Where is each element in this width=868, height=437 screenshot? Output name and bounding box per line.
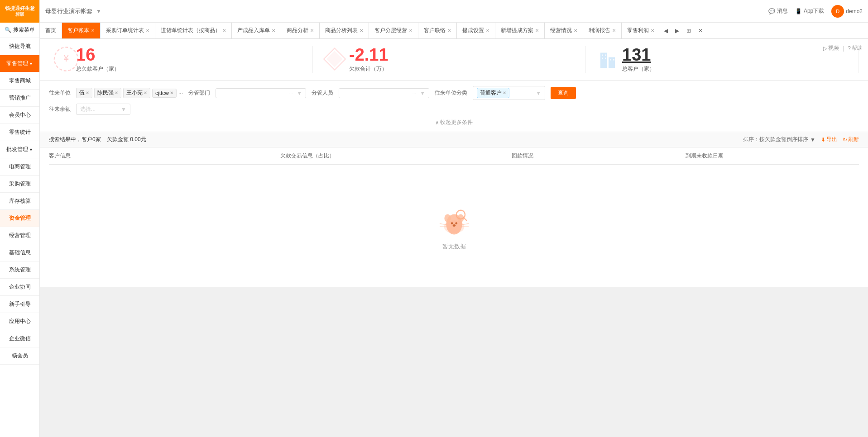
stat-block-debt: -2.11 欠款合计（万） xyxy=(313,46,586,73)
clear-dept[interactable]: ··· xyxy=(289,90,293,95)
filter-label-dept: 分管部门 xyxy=(188,89,210,97)
stat-value-debt: -2.11 xyxy=(349,46,388,63)
sort-button[interactable]: 排序：按欠款金额倒序排序 ▼ xyxy=(743,136,815,143)
message-button[interactable]: 💬 消息 xyxy=(768,7,788,15)
sidebar-item-kucun[interactable]: 库存核算 xyxy=(0,193,39,210)
app-download-button[interactable]: 📱 App下载 xyxy=(795,7,824,15)
filter-more-dots[interactable]: ··· xyxy=(178,90,183,96)
filter-select-person[interactable]: ▼ ··· xyxy=(339,88,429,98)
th-due-date: 到期未收款日期 xyxy=(686,152,859,160)
tab-jingying[interactable]: 经营情况 ✕ xyxy=(545,23,583,39)
collapse-button[interactable]: ∧ 收起更多条件 xyxy=(435,119,473,126)
tab-xinzengfangan[interactable]: 新增提成方案 ✕ xyxy=(495,23,545,39)
tab-caigoudingdan[interactable]: 采购订单统计表 ✕ xyxy=(101,23,155,39)
tab-close-ticheng[interactable]: ✕ xyxy=(486,28,489,33)
svg-point-16 xyxy=(452,224,455,227)
tab-close-caigou[interactable]: ✕ xyxy=(146,28,149,33)
tabs-maximize-button[interactable]: ⊞ xyxy=(683,28,695,34)
tabs-bar: 首页 客户账本 ✕ 采购订单统计表 ✕ 进货单统计表（按商品） ✕ 产成品入库单… xyxy=(40,23,868,39)
tab-close-shangpin[interactable]: ✕ xyxy=(310,28,314,33)
sidebar-item-caigou[interactable]: 采购管理 xyxy=(0,176,39,193)
filter-select-dept[interactable]: ▼ ··· xyxy=(216,88,306,98)
sidebar-item-zijin[interactable]: 资金管理 xyxy=(0,210,39,227)
sidebar-item-xinshou[interactable]: 新手引导 xyxy=(0,296,39,313)
filter-tag-chen[interactable]: 陈民强 ✕ xyxy=(94,88,121,98)
search-icon: 🔍 xyxy=(5,27,11,33)
sidebar-item-lingshang[interactable]: 零售商城 xyxy=(0,72,39,90)
export-button[interactable]: ⬇ 导出 xyxy=(821,136,837,143)
filter-tag-wang[interactable]: 王小亮 ✕ xyxy=(123,88,150,98)
stat-block-total-clients: 131 总客户（家） xyxy=(586,46,859,73)
refresh-button[interactable]: ↻ 刷新 xyxy=(843,136,859,143)
tab-close-lirun[interactable]: ✕ xyxy=(612,28,616,33)
tab-close-xinzeng[interactable]: ✕ xyxy=(535,28,539,33)
sidebar-item-yingxiao[interactable]: 营销推广 xyxy=(0,90,39,107)
stat-label-debt: 欠款合计（万） xyxy=(349,65,387,73)
sidebar-item-lingshouguan[interactable]: 零售管理 ▼ xyxy=(0,55,39,72)
sidebar-item-dianshang[interactable]: 电商管理 xyxy=(0,158,39,176)
sidebar-item-xitong[interactable]: 系统管理 xyxy=(0,261,39,279)
tag-close-wang[interactable]: ✕ xyxy=(144,90,147,95)
empty-state: 暂无数据 xyxy=(49,165,859,287)
tab-close-chancheng[interactable]: ✕ xyxy=(272,28,275,33)
user-menu[interactable]: D demo2 xyxy=(831,5,863,18)
tabs-overflow-button[interactable]: ◀ xyxy=(660,28,671,34)
tab-close-jingying[interactable]: ✕ xyxy=(574,28,577,33)
topbar-selector-label: 母婴行业演示帐套 xyxy=(45,7,92,15)
sidebar-item-huiyuan[interactable]: 会员中心 xyxy=(0,107,39,124)
mobile-icon: 📱 xyxy=(795,8,802,14)
help-button[interactable]: ? 帮助 xyxy=(848,44,863,52)
clear-person[interactable]: ··· xyxy=(412,90,416,95)
tabs-overflow-button-right[interactable]: ▶ xyxy=(671,28,683,34)
sidebar-item-jichu[interactable]: 基础信息 xyxy=(0,244,39,261)
filter-tag-cj[interactable]: cjttcw ✕ xyxy=(152,89,177,98)
dropdown-icon[interactable]: ▼ xyxy=(96,8,101,14)
stats-row: ¥ 16 总欠款客户（家） -2.11 欠款合计（万） xyxy=(40,39,868,81)
filter-input-balance[interactable]: 选择... ▼ xyxy=(76,104,130,115)
chevron-person: ▼ xyxy=(420,90,425,96)
tab-close-shangpinliebiao[interactable]: ✕ xyxy=(360,28,363,33)
tab-kehufenceng[interactable]: 客户分层经营 ✕ xyxy=(369,23,418,39)
empty-icon xyxy=(436,201,472,237)
tab-home[interactable]: 首页 xyxy=(40,23,62,39)
sidebar-item-qiyeweixin[interactable]: 企业微信 xyxy=(0,330,39,347)
sidebar-item-qiyexietong[interactable]: 企业协同 xyxy=(0,279,39,296)
main-area: 母婴行业演示帐套 ▼ 💬 消息 📱 App下载 D demo2 首页 客户账本 … xyxy=(40,0,868,437)
sidebar-item-jingying[interactable]: 经营管理 xyxy=(0,227,39,244)
tab-lingshoulirun[interactable]: 零售利润 ✕ xyxy=(622,23,660,39)
filter-select-category[interactable]: 普通客户 ✕ ▼ xyxy=(473,86,545,100)
tab-kehuzhangshu[interactable]: 客户账本 ✕ xyxy=(62,23,101,39)
tag-close-category[interactable]: ✕ xyxy=(503,90,506,95)
refresh-icon: ↻ xyxy=(843,137,847,143)
tag-close-chen[interactable]: ✕ xyxy=(115,90,118,95)
tab-close-kehuzhangshu[interactable]: ✕ xyxy=(91,28,95,33)
sidebar-search[interactable]: 🔍 搜索菜单 xyxy=(0,23,39,38)
query-button[interactable]: 查询 xyxy=(551,87,576,99)
tag-close-cj[interactable]: ✕ xyxy=(170,90,173,95)
tab-close-lingshoulirun[interactable]: ✕ xyxy=(651,28,654,33)
sidebar-item-kuaijie[interactable]: 快捷导航 xyxy=(0,38,39,55)
tag-close-wu[interactable]: ✕ xyxy=(86,90,89,95)
stat-block-clients: ¥ 16 总欠款客户（家） xyxy=(49,46,313,73)
category-tag-putong[interactable]: 普通客户 ✕ xyxy=(477,88,509,98)
tab-chancheng[interactable]: 产成品入库单 ✕ xyxy=(232,23,281,39)
topbar: 母婴行业演示帐套 ▼ 💬 消息 📱 App下载 D demo2 xyxy=(40,0,868,23)
tab-kehulianluo[interactable]: 客户联络 ✕ xyxy=(418,23,457,39)
tab-shangpinliebiao[interactable]: 商品分析列表 ✕ xyxy=(320,23,369,39)
svg-rect-5 xyxy=(605,54,606,56)
sidebar-item-pifa[interactable]: 批发管理 ▼ xyxy=(0,141,39,158)
tab-jinhuo[interactable]: 进货单统计表（按商品） ✕ xyxy=(155,23,232,39)
tab-close-jinhuo[interactable]: ✕ xyxy=(222,28,226,33)
tab-close-kehulianluo[interactable]: ✕ xyxy=(447,28,451,33)
sidebar-item-changhui[interactable]: 畅会员 xyxy=(0,347,39,365)
tab-shangpinfenxi[interactable]: 商品分析 ✕ xyxy=(281,23,320,39)
sidebar-item-yingyong[interactable]: 应用中心 xyxy=(0,313,39,330)
filter-tag-wu[interactable]: 伍 ✕ xyxy=(76,88,92,98)
tab-lirun[interactable]: 利润报告 ✕ xyxy=(583,23,622,39)
video-button[interactable]: ▷ 视频 xyxy=(823,44,839,52)
sidebar-item-lingtong[interactable]: 零售统计 xyxy=(0,124,39,141)
svg-rect-4 xyxy=(602,54,603,56)
tabs-close-all-button[interactable]: ✕ xyxy=(695,28,706,34)
tab-close-kehufenceng[interactable]: ✕ xyxy=(409,28,412,33)
tab-tichengshezhi[interactable]: 提成设置 ✕ xyxy=(457,23,495,39)
